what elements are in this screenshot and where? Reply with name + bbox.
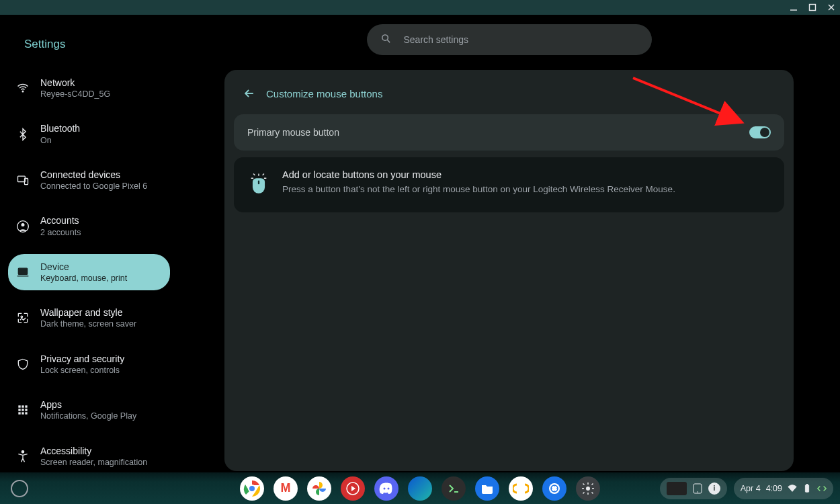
svg-point-23 [382,34,388,40]
sidebar-item-sub: Reyee-sC4DD_5G [40,89,110,99]
dev-mode-icon [817,484,827,493]
svg-point-31 [384,487,386,489]
sidebar-item-label: Wallpaper and style [40,306,136,319]
svg-rect-38 [805,485,808,492]
svg-rect-1 [810,5,816,11]
sidebar-item-accounts[interactable]: Accounts2 accounts [8,208,170,244]
svg-rect-14 [25,406,27,408]
shelf-status-chip[interactable]: Apr 4 4:09 [734,478,833,499]
sidebar-item-sub: Keyboard, mouse, print [40,273,127,284]
sidebar-item-sub: On [40,135,80,146]
main-column: Customize mouse buttons Primary mouse bu… [178,15,840,472]
settings-panel: Customize mouse buttons Primary mouse bu… [224,70,794,471]
sidebar-item-accessibility[interactable]: AccessibilityScreen reader, magnificatio… [8,438,170,474]
apps-grid-icon [16,403,30,417]
window-maximize-button[interactable] [808,3,817,12]
search-icon [380,33,392,47]
notification-badge: i [708,482,720,495]
sidebar-item-sub: Screen reader, magnification [40,457,147,468]
locate-buttons-card: Add or locate buttons on your mouse Pres… [234,157,784,212]
primary-mouse-button-label: Primary mouse button [247,127,339,138]
svg-rect-15 [18,409,20,411]
svg-point-4 [22,91,24,92]
sidebar-item-label: Bluetooth [40,122,80,134]
sidebar-item-label: Apps [40,398,136,411]
accessibility-icon [16,450,30,463]
shelf-app-photos[interactable] [307,476,331,501]
sidebar-item-bluetooth[interactable]: BluetoothOn [8,116,170,152]
shield-icon [16,358,30,371]
devices-icon [16,173,30,187]
svg-rect-39 [806,484,808,485]
primary-mouse-button-row: Primary mouse button [234,114,784,151]
svg-rect-16 [22,409,24,411]
shelf: M i Apr 4 4:09 [0,472,840,504]
svg-point-29 [249,485,255,492]
window-titlebar [0,0,840,15]
shelf-app-terminal[interactable] [442,476,466,501]
wifi-status-icon [788,484,797,493]
svg-point-32 [388,487,390,489]
sidebar-item-sub: Lock screen, controls [40,365,124,376]
svg-line-24 [387,40,390,42]
launcher-button[interactable] [11,480,28,497]
svg-point-8 [22,223,25,226]
sidebar-item-sub: 2 accounts [40,227,81,238]
svg-rect-5 [18,176,26,181]
shelf-app-settings[interactable] [576,476,600,501]
shelf-app-gmail[interactable]: M [274,476,298,501]
mouse-locate-icon [247,169,270,196]
search-bar[interactable] [367,24,652,55]
shelf-tray-chip[interactable]: i [660,478,727,499]
shelf-app-discord[interactable] [374,476,398,501]
svg-point-21 [22,450,24,452]
svg-rect-19 [22,413,24,415]
window-close-button[interactable] [827,3,836,12]
shelf-time: 4:09 [766,484,782,493]
shelf-app-colab[interactable] [509,476,533,501]
sidebar-item-device[interactable]: DeviceKeyboard, mouse, print [8,254,170,290]
svg-rect-9 [18,268,27,274]
shelf-app-edge[interactable] [408,476,432,501]
wifi-icon [16,81,30,95]
sidebar-item-label: Network [40,77,110,89]
sidebar-item-label: Device [40,261,127,273]
locate-card-title: Add or locate buttons on your mouse [282,169,675,180]
shelf-app-chrome[interactable] [240,476,264,501]
primary-mouse-button-toggle[interactable] [749,126,771,138]
svg-rect-17 [25,409,27,411]
sidebar-item-wallpaper[interactable]: Wallpaper and styleDark theme, screen sa… [8,300,170,336]
laptop-icon [16,265,30,279]
svg-rect-18 [18,413,20,415]
shelf-app-files[interactable] [475,476,499,501]
sidebar-item-connected-devices[interactable]: Connected devicesConnected to Google Pix… [8,162,170,198]
panel-title: Customize mouse buttons [266,88,382,99]
svg-point-11 [21,316,22,318]
sidebar-item-label: Accounts [40,214,81,226]
settings-sidebar: Settings NetworkReyee-sC4DD_5G Bluetooth… [0,15,178,472]
sidebar-item-network[interactable]: NetworkReyee-sC4DD_5G [8,70,170,106]
sidebar-item-sub: Dark theme, screen saver [40,319,136,329]
shelf-app-play[interactable] [542,476,566,501]
sidebar-item-apps[interactable]: AppsNotifications, Google Play [8,392,170,428]
svg-rect-12 [18,406,20,408]
locate-card-sub: Press a button that's not the left or ri… [282,184,675,194]
svg-rect-25 [258,181,259,185]
sidebar-item-sub: Connected to Google Pixel 6 [40,181,147,192]
svg-rect-13 [22,406,24,408]
sidebar-item-label: Accessibility [40,445,147,457]
wallpaper-icon [16,311,30,325]
window-minimize-button[interactable] [789,3,798,12]
sidebar-item-label: Connected devices [40,169,147,181]
sidebar-item-privacy[interactable]: Privacy and securityLock screen, control… [8,346,170,382]
battery-status-icon [802,484,812,493]
svg-rect-20 [25,413,27,415]
search-input[interactable] [404,34,638,45]
account-icon [16,220,30,233]
back-button[interactable] [242,86,257,101]
shelf-app-youtube-music[interactable] [341,476,365,501]
svg-point-37 [697,491,698,493]
shelf-apps: M [240,476,600,501]
sidebar-item-sub: Notifications, Google Play [40,411,136,421]
sidebar-item-label: Privacy and security [40,353,124,365]
